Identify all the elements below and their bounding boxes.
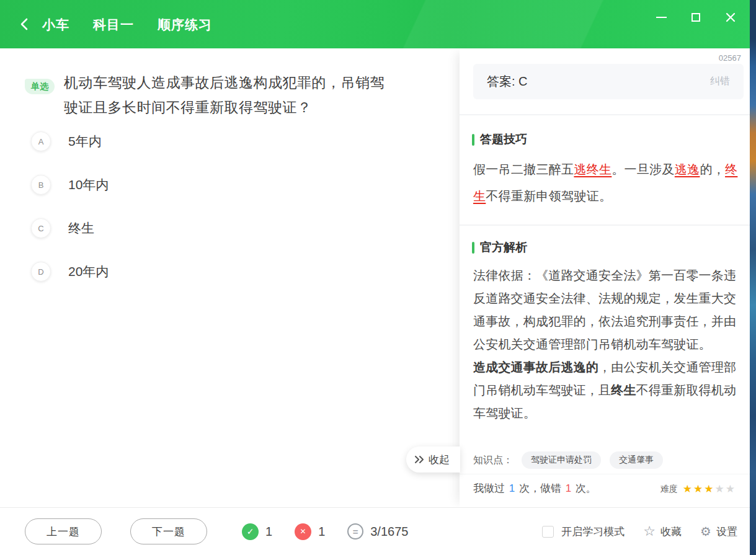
green-bar-icon (472, 242, 474, 254)
practice-stats: 我做过 1 次，做错 1 次。 (473, 481, 597, 495)
answer-panel: 02567 答案: C 纠错 答题技巧 假一吊二撤三醉五逃终生。一旦涉及逃逸的，… (460, 48, 750, 507)
titlebar-nav: 小车 科目一 顺序练习 (42, 15, 212, 33)
chevron-left-icon (20, 18, 28, 30)
wrong-count-chip[interactable]: ✕ 1 (295, 523, 325, 540)
gear-icon: ⚙ (700, 525, 711, 538)
collapse-label: 收起 (429, 453, 450, 467)
tips-text: 假一吊二撤三醉五逃终生。一旦涉及逃逸的，终生不得重新申领驾驶证。 (473, 156, 744, 210)
cross-icon: ✕ (295, 523, 311, 540)
settings-label: 设置 (716, 525, 737, 539)
next-question-button[interactable]: 下一题 (130, 518, 207, 544)
option-d-text: 20年内 (68, 263, 109, 280)
knowledge-tag[interactable]: 交通肇事 (610, 451, 663, 469)
footer-right-group: 开启学习模式 ☆ 收藏 ⚙ 设置 (542, 525, 737, 539)
wrong-count-value: 1 (318, 525, 325, 539)
option-a-text: 5年内 (68, 133, 102, 150)
answer-label: 答案: C (487, 73, 528, 90)
option-c-letter: C (31, 218, 51, 238)
difficulty-stars: ★★★★★ (683, 482, 736, 495)
knowledge-tag[interactable]: 驾驶证申请处罚 (522, 451, 601, 469)
progress-icon: = (347, 523, 363, 539)
answer-box: 答案: C 纠错 (473, 64, 744, 99)
done-count: 1 (508, 482, 516, 494)
progress-value: 3/1675 (370, 525, 408, 539)
learning-mode-label: 开启学习模式 (561, 525, 625, 539)
tips-title: 答题技巧 (472, 131, 527, 148)
question-text: 机动车驾驶人造成事故后逃逸构成犯罪的，吊销驾驶证且多长时间不得重新取得驾驶证？ (64, 70, 386, 120)
knowledge-label: 知识点： (473, 454, 513, 467)
option-c-text: 终生 (68, 220, 94, 237)
section-divider (460, 224, 750, 226)
collapse-button[interactable]: 收起 (406, 446, 460, 473)
settings-button[interactable]: ⚙ 设置 (700, 525, 737, 539)
stats-row: 我做过 1 次，做错 1 次。 难度 ★★★★★ (473, 481, 736, 495)
difficulty-label: 难度 (660, 484, 678, 495)
favorite-button[interactable]: ☆ 收藏 (643, 525, 682, 539)
option-a-letter: A (31, 131, 51, 151)
section-divider (460, 114, 750, 115)
difficulty: 难度 ★★★★★ (660, 482, 736, 495)
minimize-button[interactable] (653, 10, 669, 25)
option-b-letter: B (31, 175, 51, 195)
question-type-badge: 单选 (25, 79, 55, 94)
double-chevron-right-icon (414, 455, 424, 464)
back-button[interactable] (16, 16, 31, 32)
analysis-title: 官方解析 (472, 239, 527, 255)
previous-question-button[interactable]: 上一题 (25, 518, 102, 544)
checkbox-icon[interactable] (542, 526, 554, 538)
section-divider (460, 474, 750, 474)
titlebar-item-mode[interactable]: 顺序练习 (158, 16, 212, 33)
option-b[interactable]: B 10年内 (31, 175, 109, 195)
window-controls (653, 10, 739, 25)
maximize-icon (692, 13, 700, 22)
option-d[interactable]: D 20年内 (31, 262, 109, 282)
learning-mode-toggle[interactable]: 开启学习模式 (542, 525, 625, 539)
close-button[interactable] (723, 10, 739, 25)
option-c[interactable]: C 终生 (31, 218, 94, 238)
desktop-background-strip (750, 0, 756, 555)
star-icon: ☆ (643, 525, 656, 538)
favorite-label: 收藏 (660, 525, 682, 539)
app-window: 小车 科目一 顺序练习 单选 机动车驾驶人造成事故后逃逸构成犯罪的，吊销驾驶证且… (0, 0, 756, 555)
question-id: 02567 (719, 53, 741, 63)
analysis-text: 法律依据：《道路交通安全法》第一百零一条违反道路交通安全法律、法规的规定，发生重… (473, 264, 744, 425)
correct-count-value: 1 (265, 525, 272, 539)
option-b-text: 10年内 (68, 176, 109, 193)
minimize-icon (656, 17, 667, 18)
correction-link[interactable]: 纠错 (710, 75, 730, 88)
option-a[interactable]: A 5年内 (31, 131, 102, 151)
titlebar-item-vehicle[interactable]: 小车 (42, 16, 69, 33)
close-icon (726, 12, 736, 22)
progress-chip[interactable]: = 3/1675 (347, 523, 408, 539)
footer-bar: 上一题 下一题 ✓ 1 ✕ 1 = 3/1675 开启学习模式 ☆ 收藏 ⚙ (0, 507, 750, 555)
green-bar-icon (472, 134, 474, 146)
option-d-letter: D (31, 262, 51, 282)
correct-count-chip[interactable]: ✓ 1 (242, 523, 272, 540)
check-icon: ✓ (242, 523, 259, 540)
titlebar-item-subject[interactable]: 科目一 (93, 16, 134, 33)
titlebar: 小车 科目一 顺序练习 (0, 0, 750, 48)
wrong-count: 1 (564, 482, 572, 494)
knowledge-row: 知识点： 驾驶证申请处罚 交通肇事 (473, 451, 663, 469)
maximize-button[interactable] (688, 10, 704, 25)
